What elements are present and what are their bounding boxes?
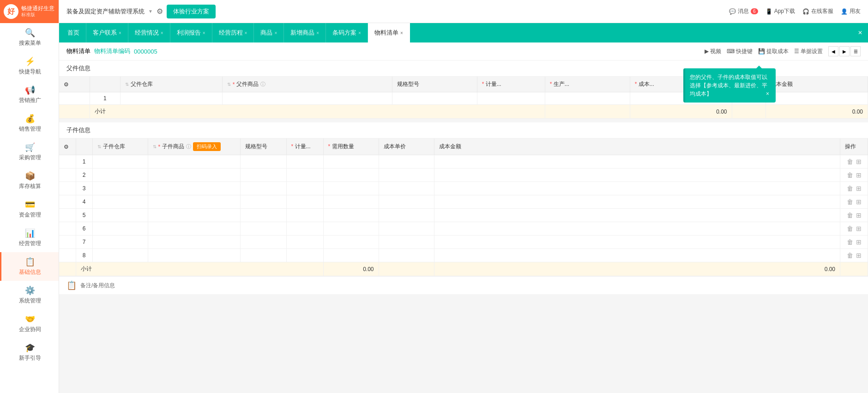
child-spec-4[interactable] (240, 209, 286, 222)
parent-spec-cell[interactable] (392, 92, 477, 105)
child-cost-price-6[interactable] (379, 236, 434, 249)
parent-unit-cell[interactable] (477, 92, 545, 105)
nav-tab-2[interactable]: 经营情况 × (128, 23, 170, 42)
child-product-1[interactable] (148, 169, 240, 182)
child-qty-6[interactable] (323, 236, 379, 249)
copy-icon-3[interactable]: ⊞ (856, 198, 862, 206)
copy-icon-0[interactable]: ⊞ (856, 158, 862, 165)
close-all-tabs[interactable]: ✕ (854, 28, 866, 38)
tab-close-6[interactable]: × (316, 30, 319, 36)
child-cost-price-5[interactable] (379, 222, 434, 236)
child-spec-7[interactable] (240, 249, 286, 262)
app-download-btn[interactable]: 📱 App下载 (766, 7, 795, 15)
sidebar-item-search[interactable]: 🔍搜索菜单 (0, 23, 59, 52)
breadcrumb-first[interactable]: 物料清单 (66, 47, 90, 55)
sidebar-item-basic[interactable]: 📋基础信息 (0, 252, 59, 281)
child-product-0[interactable] (148, 155, 240, 169)
shortcut-action[interactable]: ⌨ 快捷键 (727, 48, 753, 55)
sidebar-item-quick-nav[interactable]: ⚡快捷导航 (0, 52, 59, 80)
child-product-4[interactable] (148, 209, 240, 222)
delete-icon-3[interactable]: 🗑 (847, 198, 853, 206)
child-product-info-icon[interactable]: ⓘ (186, 143, 191, 150)
child-spec-0[interactable] (240, 155, 286, 169)
delete-icon-0[interactable]: 🗑 (847, 158, 853, 165)
child-spec-6[interactable] (240, 236, 286, 249)
child-settings-gear-icon[interactable]: ⚙ (64, 144, 69, 150)
child-cost-price-3[interactable] (379, 195, 434, 209)
copy-icon-5[interactable]: ⊞ (856, 225, 862, 232)
delete-icon-4[interactable]: 🗑 (847, 212, 853, 219)
child-qty-5[interactable] (323, 222, 379, 236)
parent-production-cell[interactable] (545, 92, 630, 105)
child-cost-price-0[interactable] (379, 155, 434, 169)
sidebar-item-operation[interactable]: 📊经营管理 (0, 224, 59, 252)
child-qty-2[interactable] (323, 182, 379, 195)
sidebar-item-inventory[interactable]: 📦库存核算 (0, 166, 59, 195)
settings-gear-icon[interactable]: ⚙ (64, 81, 69, 88)
child-product-2[interactable] (148, 182, 240, 195)
child-unit-1[interactable] (286, 169, 323, 182)
child-warehouse-2[interactable] (92, 182, 148, 195)
child-cost-price-7[interactable] (379, 249, 434, 262)
child-cost-price-1[interactable] (379, 169, 434, 182)
nav-tab-7[interactable]: 条码方案 × (326, 23, 368, 42)
nav-tab-6[interactable]: 新增商品 × (284, 23, 326, 42)
sidebar-item-sales[interactable]: 💰销售管理 (0, 109, 59, 138)
child-warehouse-1[interactable] (92, 169, 148, 182)
child-cost-price-4[interactable] (379, 209, 434, 222)
copy-icon-1[interactable]: ⊞ (856, 171, 862, 179)
delete-icon-5[interactable]: 🗑 (847, 225, 853, 232)
sidebar-item-purchase[interactable]: 🛒采购管理 (0, 138, 59, 166)
child-warehouse-0[interactable] (92, 155, 148, 169)
tab-close-3[interactable]: × (203, 30, 205, 36)
view-action[interactable]: ▶ 视频 (705, 48, 721, 55)
delete-icon-6[interactable]: 🗑 (847, 238, 853, 246)
child-qty-7[interactable] (323, 249, 379, 262)
message-btn[interactable]: 💬 消息 6 (729, 7, 758, 15)
nav-tab-8[interactable]: 物料清单 × (368, 23, 410, 42)
child-spec-1[interactable] (240, 169, 286, 182)
sidebar-item-system[interactable]: ⚙️系统管理 (0, 281, 59, 309)
child-unit-6[interactable] (286, 236, 323, 249)
nav-tab-3[interactable]: 利润报告 × (170, 23, 212, 42)
child-spec-5[interactable] (240, 222, 286, 236)
extract-cost-action[interactable]: 💾 提取成本 (758, 48, 789, 55)
child-unit-5[interactable] (286, 222, 323, 236)
child-unit-3[interactable] (286, 195, 323, 209)
child-product-6[interactable] (148, 236, 240, 249)
nav-tab-0[interactable]: 首页 (61, 23, 86, 42)
child-unit-2[interactable] (286, 182, 323, 195)
child-warehouse-3[interactable] (92, 195, 148, 209)
scan-input-btn[interactable]: 扫码录入 (193, 142, 221, 151)
tab-close-8[interactable]: × (400, 30, 403, 36)
tab-close-2[interactable]: × (161, 30, 163, 36)
child-warehouse-4[interactable] (92, 209, 148, 222)
nav-tab-1[interactable]: 客户联系 × (86, 23, 128, 42)
settings-icon[interactable]: ⚙ (157, 7, 163, 16)
child-spec-3[interactable] (240, 195, 286, 209)
product-info-icon[interactable]: ⓘ (260, 81, 265, 88)
child-qty-0[interactable] (323, 155, 379, 169)
online-service-btn[interactable]: 🎧 在线客服 (802, 7, 833, 15)
child-product-5[interactable] (148, 222, 240, 236)
delete-icon-1[interactable]: 🗑 (847, 171, 853, 179)
nav-tab-5[interactable]: 商品 × (254, 23, 284, 42)
copy-icon-6[interactable]: ⊞ (856, 238, 862, 246)
tab-close-4[interactable]: × (245, 30, 247, 36)
child-unit-7[interactable] (286, 249, 323, 262)
child-qty-4[interactable] (323, 209, 379, 222)
child-unit-0[interactable] (286, 155, 323, 169)
child-product-3[interactable] (148, 195, 240, 209)
trial-button[interactable]: 体验行业方案 (167, 5, 216, 18)
nav-tab-4[interactable]: 经营历程 × (212, 23, 254, 42)
user-btn[interactable]: 👤 用友 (841, 7, 861, 15)
sidebar-item-guide[interactable]: 🎓新手引导 (0, 338, 59, 367)
single-settings-action[interactable]: ☰ 单据设置 (794, 48, 823, 55)
child-qty-1[interactable] (323, 169, 379, 182)
child-unit-4[interactable] (286, 209, 323, 222)
nav-next-btn[interactable]: ▶ (839, 46, 850, 56)
copy-icon-7[interactable]: ⊞ (856, 252, 862, 259)
tab-close-1[interactable]: × (119, 30, 121, 36)
system-title-dropdown[interactable]: ▼ (148, 9, 153, 14)
child-cost-price-2[interactable] (379, 182, 434, 195)
